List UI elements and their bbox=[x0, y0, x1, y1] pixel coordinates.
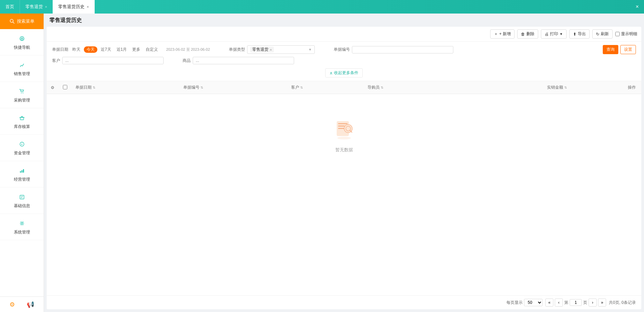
prev-page-button[interactable]: ‹ bbox=[555, 298, 563, 307]
settings-label: 设置 bbox=[624, 47, 632, 52]
th-action-label: 操作 bbox=[628, 85, 636, 90]
column-settings-icon[interactable]: ⚙ bbox=[51, 85, 54, 90]
type-dropdown-icon: ▼ bbox=[308, 48, 312, 51]
main-layout: 搜索菜单 快捷导航销售管理采购管理库存核算¥资金管理经营管理基础信息系统管理 ⚙… bbox=[0, 14, 644, 312]
goods-filter-item: 商品 bbox=[183, 57, 294, 64]
id-filter-input[interactable] bbox=[352, 46, 453, 53]
content-area: 零售退货历史 ＋ + 新增 🗑 删除 🖨 打印 ▼ ⬆ bbox=[44, 14, 644, 312]
delete-button[interactable]: 🗑 删除 bbox=[517, 29, 538, 39]
sort-customer[interactable]: 客户 ⇅ bbox=[291, 85, 360, 90]
customer-filter-label: 客户 bbox=[52, 58, 60, 64]
customer-filter-input[interactable] bbox=[62, 57, 164, 64]
export-label: 导出 bbox=[578, 31, 586, 37]
tab-close-retail-return[interactable]: × bbox=[45, 5, 47, 9]
sort-date[interactable]: 单据日期 ⇅ bbox=[75, 85, 175, 90]
add-button[interactable]: ＋ + 新增 bbox=[490, 29, 515, 39]
th-amount: 实销金额 ⇅ bbox=[456, 81, 574, 94]
sort-amount[interactable]: 实销金额 ⇅ bbox=[460, 85, 567, 90]
add-icon: ＋ bbox=[494, 31, 498, 37]
page-title: 零售退货历史 bbox=[49, 17, 82, 23]
sidebar-search[interactable]: 搜索菜单 bbox=[0, 14, 44, 29]
type-filter-select[interactable]: 零售退货 × ▼ bbox=[247, 45, 315, 54]
sidebar-item-finance[interactable]: ¥资金管理 bbox=[0, 135, 44, 161]
th-date: 单据日期 ⇅ bbox=[71, 81, 179, 94]
svg-point-16 bbox=[337, 137, 351, 139]
refresh-button[interactable]: ↻ 刷新 bbox=[592, 29, 613, 39]
date-shortcut-今天[interactable]: 今天 bbox=[84, 46, 97, 53]
svg-rect-18 bbox=[338, 123, 348, 124]
tab-home[interactable]: 首页 bbox=[0, 0, 20, 14]
page-size-dropdown[interactable]: 50 100 200 bbox=[524, 299, 543, 306]
window-close-button[interactable]: × bbox=[630, 0, 644, 14]
inventory-icon bbox=[17, 113, 27, 122]
th-amount-label: 实销金额 bbox=[547, 85, 563, 90]
show-detail-checkbox[interactable] bbox=[615, 32, 620, 36]
last-page-button[interactable]: » bbox=[598, 298, 606, 307]
delete-icon: 🗑 bbox=[521, 32, 525, 37]
collapse-filter-button[interactable]: ∧ 收起更多条件 bbox=[325, 68, 363, 77]
sidebar-nav: 快捷导航销售管理采购管理库存核算¥资金管理经营管理基础信息系统管理 bbox=[0, 29, 44, 296]
sidebar-item-purchase-mgmt[interactable]: 采购管理 bbox=[0, 82, 44, 108]
page-title-bar: 零售退货历史 bbox=[44, 14, 644, 27]
export-button[interactable]: ⬆ 导出 bbox=[569, 29, 590, 39]
page-label-suffix: 页 bbox=[583, 300, 587, 306]
sort-number[interactable]: 单据编号 ⇅ bbox=[183, 85, 283, 90]
settings-button[interactable]: 设置 bbox=[620, 45, 636, 54]
page-nav: « ‹ 第 页 › » bbox=[545, 298, 606, 307]
print-label: 打印 bbox=[550, 31, 558, 37]
next-page-button[interactable]: › bbox=[589, 298, 597, 307]
delete-label: 删除 bbox=[526, 31, 534, 37]
customer-filter-item: 客户 bbox=[52, 57, 164, 64]
th-guide: 导购员 ⇅ bbox=[363, 81, 456, 94]
date-shortcut-自定义[interactable]: 自定义 bbox=[144, 46, 160, 53]
svg-rect-6 bbox=[20, 117, 24, 120]
first-page-button[interactable]: « bbox=[545, 298, 553, 307]
th-customer-label: 客户 bbox=[291, 85, 299, 90]
show-detail-checkbox-label[interactable]: 显示明细 bbox=[615, 31, 637, 37]
page-number-input[interactable] bbox=[570, 299, 582, 306]
th-guide-label: 导购员 bbox=[367, 85, 380, 90]
basic-icon bbox=[17, 192, 27, 202]
print-button[interactable]: 🖨 打印 ▼ bbox=[541, 29, 567, 39]
th-action: 操作 bbox=[574, 81, 641, 94]
pagination: 每页显示 50 100 200 « ‹ 第 页 › » 共0页, 0条记 bbox=[47, 295, 641, 309]
date-shortcut-昨天[interactable]: 昨天 bbox=[70, 46, 82, 53]
type-tag-value: 零售退货 bbox=[252, 47, 268, 52]
filter-row-1: 单据日期 昨天今天近7天近1月更多自定义 2023-06-02 至 2023-0… bbox=[52, 45, 636, 54]
svg-point-4 bbox=[21, 93, 22, 93]
goods-filter-input[interactable] bbox=[193, 57, 294, 64]
query-button[interactable]: 查询 bbox=[603, 45, 618, 54]
svg-rect-12 bbox=[20, 195, 24, 199]
tab-close-retail-return-history[interactable]: × bbox=[87, 5, 89, 9]
purchase-icon bbox=[17, 87, 27, 96]
finance-icon: ¥ bbox=[17, 139, 27, 149]
sidebar-item-basic-info[interactable]: 基础信息 bbox=[0, 187, 44, 214]
date-shortcut-近1月[interactable]: 近1月 bbox=[115, 46, 129, 53]
sidebar-item-inventory[interactable]: 库存核算 bbox=[0, 108, 44, 135]
svg-rect-19 bbox=[338, 126, 345, 127]
svg-text:¥: ¥ bbox=[21, 143, 22, 146]
th-customer: 客户 ⇅ bbox=[287, 81, 364, 94]
date-filter-label: 单据日期 bbox=[52, 47, 68, 52]
tab-retail-return[interactable]: 零售退货× bbox=[20, 0, 53, 14]
select-all-checkbox[interactable] bbox=[63, 85, 67, 89]
sidebar-item-label-purchase-mgmt: 采购管理 bbox=[14, 97, 30, 103]
tab-bar: 首页零售退货×零售退货历史× bbox=[0, 0, 630, 14]
tab-retail-return-history[interactable]: 零售退货历史× bbox=[53, 0, 94, 14]
settings-icon[interactable]: ⚙ bbox=[9, 301, 15, 308]
volume-icon[interactable]: 📢 bbox=[27, 301, 34, 308]
svg-point-15 bbox=[21, 223, 23, 224]
sidebar-item-quick-nav[interactable]: 快捷导航 bbox=[0, 29, 44, 55]
type-tag-close[interactable]: × bbox=[270, 48, 272, 52]
sidebar-item-label-basic-info: 基础信息 bbox=[14, 203, 30, 209]
date-shortcut-近7天[interactable]: 近7天 bbox=[99, 46, 113, 53]
sidebar-item-operations[interactable]: 经营管理 bbox=[0, 161, 44, 187]
page-label-prefix: 第 bbox=[564, 300, 568, 306]
date-shortcut-更多[interactable]: 更多 bbox=[130, 46, 142, 53]
sidebar-item-sales-mgmt[interactable]: 销售管理 bbox=[0, 55, 44, 82]
sort-guide[interactable]: 导购员 ⇅ bbox=[367, 85, 452, 90]
id-filter-label: 单据编号 bbox=[334, 47, 350, 52]
type-tag: 零售退货 × bbox=[250, 47, 274, 52]
export-icon: ⬆ bbox=[573, 32, 576, 37]
sidebar-item-system[interactable]: 系统管理 bbox=[0, 214, 44, 240]
